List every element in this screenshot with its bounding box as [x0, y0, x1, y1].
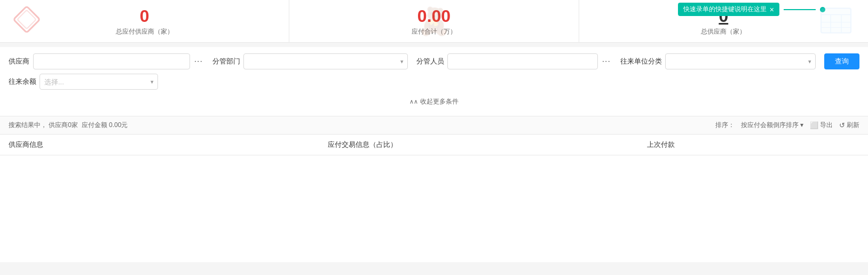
tooltip-line — [784, 9, 816, 10]
tooltip-bubble: 快速录单的快捷键说明在这里 × — [678, 3, 779, 16]
supplier-label: 供应商 — [9, 57, 30, 66]
table-body — [0, 155, 868, 262]
export-label: 导出 — [820, 121, 833, 130]
department-filter-group: 分管部门 ▾ — [212, 53, 408, 69]
payable-suppliers-label: 总应付供应商（家） — [116, 27, 173, 36]
balance-input[interactable] — [40, 74, 158, 90]
filter-row-2: 往来余额 ▾ — [9, 74, 859, 90]
collapse-button[interactable]: ∧∧ 收起更多条件 — [409, 97, 459, 106]
table-col2-header: 应付交易信息（占比） — [328, 140, 647, 150]
manager-input[interactable] — [447, 53, 598, 69]
unit-category-filter-group: 往来单位分类 ▾ — [620, 53, 816, 69]
total-suppliers-label: 总供应商（家） — [701, 27, 746, 36]
manager-label: 分管人员 — [416, 57, 444, 66]
manager-dots-btn[interactable]: ··· — [601, 57, 612, 66]
supplier-dots-btn[interactable]: ··· — [193, 57, 204, 66]
table-col1-header: 供应商信息 — [9, 140, 328, 150]
sort-option-label: 按应付会额倒序排序 — [741, 121, 799, 129]
balance-select-wrap: ▾ — [40, 74, 158, 90]
supplier-input[interactable] — [33, 53, 190, 69]
unit-category-select-wrap: ▾ — [665, 53, 816, 69]
tooltip-close-icon[interactable]: × — [770, 6, 774, 13]
stats-item-payable-total: 🧸 0.00 应付合计（万） — [289, 0, 579, 42]
manager-filter-group: 分管人员 ··· — [416, 53, 612, 69]
refresh-icon: ↺ — [839, 121, 845, 129]
sort-prefix: 排序： — [715, 121, 735, 130]
department-select-wrap: ▾ — [243, 53, 408, 69]
diamond-icon — [11, 5, 43, 37]
export-button[interactable]: ⬜ 导出 — [810, 121, 833, 130]
unit-category-label: 往来单位分类 — [620, 57, 662, 66]
sort-select[interactable]: 按应付会额倒序排序 ▾ — [741, 121, 803, 130]
balance-filter-group: 往来余额 ▾ — [9, 74, 158, 90]
collapse-row: ∧∧ 收起更多条件 — [9, 94, 859, 112]
refresh-label: 刷新 — [847, 121, 859, 130]
right-watermark-icon — [820, 7, 852, 35]
export-icon: ⬜ — [810, 121, 818, 129]
supplier-count: 供应商0家 — [49, 121, 78, 129]
filter-row-1: 供应商 ··· 分管部门 ▾ 分管人员 ··· 往来单位分类 ▾ — [9, 53, 859, 69]
table-col3-header: 上次付款 — [647, 140, 860, 150]
balance-label: 往来余额 — [9, 77, 36, 87]
filter-section: 供应商 ··· 分管部门 ▾ 分管人员 ··· 往来单位分类 ▾ — [0, 47, 868, 116]
department-label: 分管部门 — [212, 57, 240, 66]
result-info: 搜索结果中， 供应商0家 应付金额 0.00元 — [9, 121, 128, 130]
unit-category-input[interactable] — [665, 53, 816, 69]
refresh-button[interactable]: ↺ 刷新 — [839, 121, 859, 130]
query-button[interactable]: 查询 — [824, 53, 859, 69]
tooltip-text: 快速录单的快捷键说明在这里 — [683, 5, 767, 14]
result-prefix: 搜索结果中， — [9, 121, 47, 129]
result-actions: 排序： 按应付会额倒序排序 ▾ ⬜ 导出 ↺ 刷新 — [715, 121, 859, 130]
tooltip-container: 快速录单的快捷键说明在这里 × — [678, 3, 825, 16]
stats-item-total-suppliers: 快速录单的快捷键说明在这里 × 0 总供应商（家） — [579, 0, 868, 42]
svg-rect-2 — [821, 8, 851, 33]
payable-amount: 应付金额 0.00元 — [82, 121, 128, 129]
stats-bar: 0 总应付供应商（家） 🧸 0.00 应付合计（万） 快速录单的快捷键说明在这里… — [0, 0, 868, 43]
supplier-filter-group: 供应商 ··· — [9, 53, 204, 69]
table-header: 供应商信息 应付交易信息（占比） 上次付款 — [0, 135, 868, 155]
collapse-label: 收起更多条件 — [420, 97, 459, 106]
department-input[interactable] — [243, 53, 408, 69]
payable-suppliers-value: 0 — [140, 6, 149, 26]
table: 供应商信息 应付交易信息（占比） 上次付款 — [0, 135, 868, 262]
sort-arrow-icon: ▾ — [800, 121, 803, 129]
collapse-up-icon: ∧∧ — [409, 98, 418, 105]
result-bar: 搜索结果中， 供应商0家 应付金额 0.00元 排序： 按应付会额倒序排序 ▾ … — [0, 116, 868, 135]
center-decoration-icon: 🧸 — [417, 6, 451, 37]
stats-item-payable-suppliers: 0 总应付供应商（家） — [0, 0, 289, 42]
